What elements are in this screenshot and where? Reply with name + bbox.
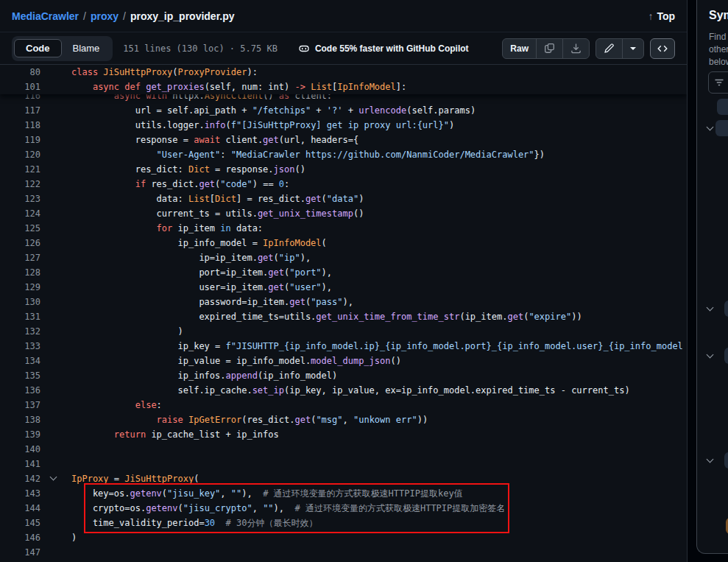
line-number[interactable]: 134 [0,354,40,368]
code-text: user=ip_item.get("user"), [71,280,332,295]
line-number[interactable]: 117 [0,103,40,118]
line-number[interactable]: 128 [0,265,40,280]
gutter [40,545,71,560]
line-number[interactable]: 125 [0,221,40,236]
breadcrumb-repo-link[interactable]: MediaCrawler [12,10,79,22]
line-number[interactable]: 118 [0,118,40,133]
breadcrumb-separator: / [83,10,86,22]
gutter [40,206,71,221]
copilot-banner[interactable]: Code 55% faster with GitHub Copilot [298,43,469,55]
symbols-panel-toggle-button[interactable] [650,38,675,59]
code-view: 116 async with httpx.AsyncClient() as cl… [0,65,687,562]
symbol-item-pill[interactable] [717,99,728,115]
line-number[interactable]: 140 [0,442,40,457]
line-number[interactable]: 139 [0,427,40,442]
line-number[interactable]: 142 [0,471,40,486]
line-number[interactable]: 119 [0,133,40,147]
code-line: 117 url = self.api_path + "/fetchips" + … [0,103,687,118]
gutter [40,471,71,486]
line-number[interactable]: 101 [0,80,40,94]
code-line: 146) [0,530,687,545]
gutter [40,354,71,368]
filter-symbols-button[interactable] [708,71,728,94]
line-number[interactable]: 120 [0,147,40,162]
symbol-group-chevron-icon[interactable] [707,456,714,463]
gutter [40,192,71,206]
copy-raw-button[interactable] [536,39,562,58]
symbol-item-pill[interactable] [724,348,728,364]
line-number[interactable]: 141 [0,457,40,471]
code-line: 119 response = await client.get(url, hea… [0,133,687,147]
line-number[interactable]: 136 [0,383,40,398]
symbol-group-chevron-icon[interactable] [707,351,714,359]
edit-dropdown-button[interactable] [622,39,643,58]
symbol-item-pill[interactable] [715,120,728,136]
code-lines: 116 async with httpx.AsyncClient() as cl… [0,88,687,560]
tab-blame[interactable]: Blame [62,40,111,57]
code-text: password=ip_item.get("pass"), [71,295,353,309]
line-number[interactable]: 126 [0,236,40,250]
gutter [40,427,71,442]
code-text: ip=ip_item.get("ip"), [71,250,311,265]
line-number[interactable]: 133 [0,339,40,354]
line-number[interactable]: 127 [0,250,40,265]
line-number[interactable]: 135 [0,368,40,383]
code-line: 136 self.ip_cache.set_ip(ip_key, ip_valu… [0,383,687,398]
line-number[interactable]: 145 [0,516,40,530]
line-number[interactable]: 129 [0,280,40,295]
code-line: 138 raise IpGetError(res_dict.get("msg",… [0,412,687,427]
code-text: key=os.getenv("jisu_key", ""), # 通过环境变量的… [71,486,463,501]
line-number[interactable]: 143 [0,486,40,501]
code-line: 134 ip_value = ip_info_model.model_dump_… [0,354,687,368]
code-line: 121 res_dict: Dict = response.json() [0,162,687,177]
symbol-group-chevron-icon[interactable] [707,124,714,131]
line-number[interactable]: 124 [0,206,40,221]
code-line: 132 ) [0,324,687,339]
code-line: 131 expired_time_ts=utils.get_unix_time_… [0,309,687,324]
line-number[interactable]: 146 [0,530,40,545]
code-text: utils.logger.info(f"[JiSuHttpProxy] get … [71,118,454,133]
raw-button[interactable]: Raw [503,39,536,58]
line-number[interactable]: 130 [0,295,40,309]
code-line: 129 user=ip_item.get("user"), [0,280,687,295]
line-number[interactable]: 80 [0,65,40,80]
code-line: 147 [0,545,687,560]
copilot-icon [298,43,310,55]
code-text: async def get_proxies(self, num: int) ->… [71,80,406,94]
breadcrumb-folder-link[interactable]: proxy [91,10,119,22]
line-number[interactable]: 132 [0,324,40,339]
sticky-code-line: 80class JiSuHttpProxy(ProxyProvider): [0,65,687,80]
back-to-top-link[interactable]: ↑ Top [648,10,675,22]
code-text: if res_dict.get("code") == 0: [71,177,289,192]
line-number[interactable]: 122 [0,177,40,192]
symbols-panel-description: Find other below [709,31,728,69]
line-number[interactable]: 131 [0,309,40,324]
line-number[interactable]: 121 [0,162,40,177]
gutter [40,177,71,192]
code-text: data: List[Dict] = res_dict.get("data") [71,192,364,206]
code-line: 144 crypto=os.getenv("jisu_crypto", ""),… [0,501,687,516]
line-number[interactable]: 138 [0,412,40,427]
code-line: 133 ip_key = f"JISUHTTP_{ip_info_model.i… [0,339,687,354]
collapse-chevron-icon[interactable] [50,474,57,481]
code-text: url = self.api_path + "/fetchips" + '?' … [71,103,476,118]
code-line: 118 utils.logger.info(f"[JiSuHttpProxy] … [0,118,687,133]
line-number[interactable]: 144 [0,501,40,516]
symbol-item-pill[interactable] [724,452,728,468]
sticky-context-lines: 80class JiSuHttpProxy(ProxyProvider):101… [0,65,687,94]
file-view-column: MediaCrawler / proxy / proxy_ip_provider… [0,0,688,562]
gutter [40,339,71,354]
raw-button-group: Raw [502,38,590,59]
line-number[interactable]: 147 [0,545,40,560]
line-number[interactable]: 137 [0,398,40,412]
sticky-code-line: 101 async def get_proxies(self, num: int… [0,80,687,94]
code-line: 145 time_validity_period=30 # 30分钟（最长时效） [0,516,687,530]
edit-file-button[interactable] [596,39,622,58]
breadcrumb-separator: / [123,10,126,22]
download-raw-button[interactable] [562,39,589,58]
symbol-group-chevron-icon[interactable] [707,304,714,312]
gutter [40,412,71,427]
symbol-item-pill[interactable] [724,301,728,317]
tab-code[interactable]: Code [14,39,62,57]
line-number[interactable]: 123 [0,192,40,206]
